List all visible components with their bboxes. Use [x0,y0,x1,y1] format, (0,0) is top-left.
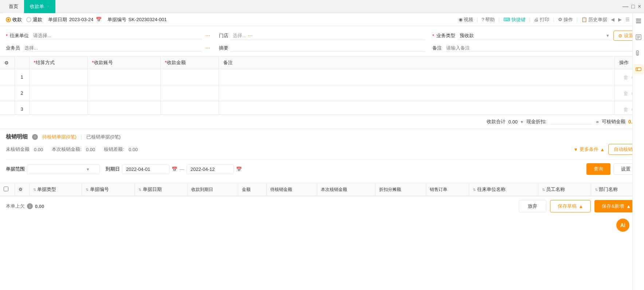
row2-account[interactable] [87,85,160,101]
row3-amount[interactable] [160,101,219,115]
nav-left-icon[interactable]: ◀ [611,17,614,22]
query-btn[interactable]: 查询 [586,163,610,175]
due-label: 到期日 [106,166,120,172]
discount-input[interactable] [549,119,593,125]
history-btn[interactable]: 📋 历史单据 [581,16,607,23]
verify-title: 核销明细 [6,133,28,140]
operation-label: 操作 [564,16,573,23]
cal-to-icon[interactable]: 📅 [236,166,242,172]
company-more-btn[interactable]: ··· [204,32,212,39]
row1-num: 1 [15,69,29,85]
row2-method[interactable] [29,85,87,101]
help-icon: ? [482,17,484,22]
due-field: 到期日 📅 — 📅 [106,164,242,174]
footer-info-value: 0.00 [35,204,44,209]
remark-input[interactable] [444,44,638,52]
chevron-up-icon: ▲ [600,147,605,152]
col-gear-header[interactable]: ⚙ [15,183,29,196]
row2-delete-icon[interactable]: 🗑 [623,90,628,96]
help-btn[interactable]: ? 帮助 [482,16,495,23]
row2-note[interactable] [219,85,615,101]
range-select[interactable]: ▾ [27,164,100,174]
row1-delete-icon[interactable]: 🗑 [623,74,628,80]
row3-method[interactable] [29,101,87,115]
list-view-icon[interactable]: ☰ [625,17,630,22]
sidebar-expand-icon[interactable] [633,64,644,74]
row1-account[interactable] [87,69,160,85]
this-label: 本次核销金额: [52,146,82,153]
maximize-btn[interactable]: □ [631,3,635,10]
footer-info-icon[interactable]: i [27,203,33,209]
toolbar-right: ◉ 视频 | ? 帮助 | ⌨ 快捷键 | 🖨 打印 | ⚙ 操作 [459,16,638,23]
table-row: 2 🗑 ⊕ [0,85,644,101]
filter-btn[interactable]: ▼ 更多条件 ▲ [573,146,605,153]
select-all-checkbox[interactable] [4,187,8,191]
cal-from-icon[interactable]: 📅 [172,166,177,172]
col-number-header: ⇅ 单据编号 [82,183,135,196]
save-button[interactable]: 保存&新增 ▲ [594,200,638,212]
tab-home[interactable]: 首页 [3,0,24,13]
business-type-select[interactable]: 预收款 [458,32,611,40]
row2-num: 2 [15,85,29,101]
close-btn[interactable]: × [638,3,641,10]
store-more-btn[interactable]: ··· [246,32,254,39]
staff-more-btn[interactable]: ··· [204,45,212,51]
date-from-input[interactable] [122,164,169,174]
row3-delete-icon[interactable]: 🗑 [623,106,628,112]
required-star: * [6,33,8,39]
bottom-table: ⚙ ⇅ 单据类型 ⇅ 单据编号 ⇅ 单据日期 收款到期日 金额 [0,183,644,196]
discard-button[interactable]: 放弃 [519,200,546,212]
verify-right: ▼ 更多条件 ▲ 自动核销 [573,144,638,155]
sidebar-attach-icon[interactable] [633,48,644,58]
staff-input[interactable] [22,44,202,52]
chevron-down-icon: ▾ [87,166,89,172]
abstract-input[interactable] [231,44,425,52]
pending-tab[interactable]: 待核销单据(0笔) [42,134,76,140]
store-label: 门店 [219,32,228,39]
nav-right-icon[interactable]: ▶ [618,17,622,22]
draft-button[interactable]: 保存草稿 ▲ [550,200,591,212]
auto-btn-label: 自动核销 [614,146,633,152]
row1-method[interactable] [29,69,87,85]
filter-settings-label: 设置 [621,166,631,172]
tab-close-icon[interactable]: × [47,4,50,9]
filter-icon: ▼ [573,147,578,152]
diff-value: 0.00 [129,147,138,152]
col-staff-header: ⇅ 员工名称 [538,183,591,196]
help-label: 帮助 [485,16,495,23]
remark-field: 备注 [432,44,638,52]
col-settings-header[interactable]: ⚙ [0,56,15,69]
operation-btn[interactable]: ⚙ 操作 [558,16,573,23]
right-sidebar [632,13,644,290]
radio-shoukuan[interactable]: 收款 [6,16,22,23]
minimize-btn[interactable]: — [623,3,628,10]
ai-badge[interactable]: Ai [616,219,629,232]
radio-dot-shoukuan [6,17,11,22]
row1-note[interactable] [219,69,615,85]
date-to-input[interactable] [186,164,234,174]
sidebar-form-icon[interactable] [633,32,644,42]
print-btn[interactable]: 🖨 打印 [534,16,549,23]
video-btn[interactable]: ◉ 视频 [459,16,473,23]
row2-amount[interactable] [160,85,219,101]
info-icon[interactable]: i [32,134,38,140]
number-field: 单据编号 SK-20230324-001 [107,16,167,23]
row3-account[interactable] [87,101,160,115]
number-value: SK-20230324-001 [129,17,167,22]
play-icon: ◉ [459,17,463,22]
row3-note[interactable] [219,101,615,115]
sidebar-table-icon[interactable] [633,16,644,26]
radio-group: 收款 退款 [6,16,42,23]
store-select[interactable]: 选择... ··· [231,32,425,40]
company-input[interactable] [31,32,202,39]
row1-amount[interactable] [160,69,219,85]
col-amount-header: *收款金额 [160,56,219,69]
range-field: 单据范围 ▾ [6,164,100,174]
tab-active[interactable]: 收款单 × [24,0,55,13]
print-label: 打印 [540,16,549,23]
staff-field: 业务员 ··· [6,44,212,52]
shortcut-btn[interactable]: ⌨ 快捷键 [503,16,526,23]
radio-tuikuan[interactable]: 退款 [26,16,42,23]
done-tab[interactable]: 已核销单据(0笔) [86,134,121,140]
calendar-icon[interactable]: 📅 [96,17,102,22]
